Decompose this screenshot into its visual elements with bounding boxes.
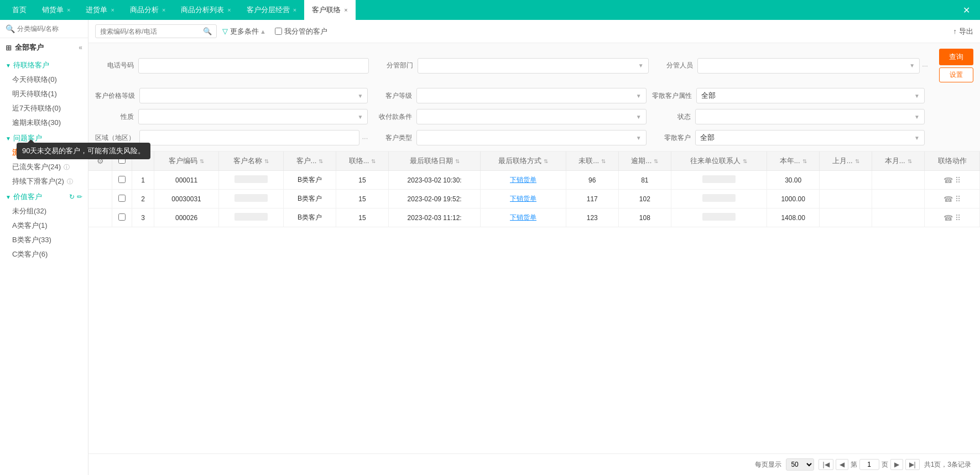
close-tab-salesorder-icon[interactable]: ×	[67, 7, 70, 13]
home-tab[interactable]: 首页	[4, 0, 34, 20]
sidebar-group-pending[interactable]: ▼ 待联络客户	[0, 57, 88, 72]
refresh-icon[interactable]: ↻	[69, 193, 75, 201]
row-checkbox[interactable]	[112, 190, 132, 208]
sidebar-item-overdue-contact[interactable]: 逾期未联络(30)	[0, 116, 88, 130]
filter-payment-select[interactable]: ▼	[416, 109, 646, 124]
tab-purchaseorder[interactable]: 进货单 ×	[78, 0, 122, 20]
last-page-button[interactable]: ▶|	[905, 459, 920, 470]
th-contact[interactable]: 联络... ⇅	[336, 152, 389, 171]
chevron-down-icon: ▼	[357, 114, 363, 120]
tab-customerlayer[interactable]: 客户分层经营 ×	[239, 0, 304, 20]
export-button[interactable]: ↑ 导出	[953, 27, 974, 36]
filter-dept-select[interactable]: ▼	[418, 58, 648, 74]
more-action-icon[interactable]: ⠿	[955, 195, 961, 203]
tab-customercontact[interactable]: 客户联络 ×	[304, 0, 355, 20]
page-input[interactable]	[859, 459, 879, 470]
row-checkbox[interactable]	[112, 208, 132, 227]
sidebar-item-ungrouped[interactable]: 未分组(32)	[0, 204, 88, 218]
th-last-contact-date[interactable]: 最后联络日期 ⇅	[389, 152, 481, 171]
more-action-icon[interactable]: ⠿	[955, 213, 961, 222]
close-tab-productanalysis-icon[interactable]: ×	[162, 7, 165, 13]
close-tab-purchaseorder-icon[interactable]: ×	[111, 7, 114, 13]
close-tab-customercontact-icon[interactable]: ×	[344, 7, 347, 13]
filter-customer-type-select[interactable]: ▼	[416, 130, 646, 145]
prev-page-button[interactable]: ◀	[836, 459, 848, 470]
close-app-button[interactable]: ✕	[957, 5, 976, 15]
tab-productanalysis[interactable]: 商品分析 ×	[122, 0, 173, 20]
th-overdue[interactable]: 逾期... ⇅	[618, 152, 671, 171]
row-this-year: 1000.00	[767, 190, 820, 208]
sidebar-item-class-c[interactable]: C类客户(6)	[0, 247, 88, 262]
sidebar-item-today-contact[interactable]: 今天待联络(0)	[0, 72, 88, 87]
settings-button[interactable]: 设置	[939, 67, 973, 82]
contact-icon[interactable]: ☎	[943, 176, 953, 185]
next-page-button[interactable]: ▶	[890, 459, 903, 470]
sidebar-item-declining[interactable]: 持续下滑客户(2) ⓘ	[0, 174, 88, 189]
search-icon[interactable]: 🔍	[203, 27, 212, 35]
item-label: 明天待联络(1)	[12, 90, 57, 98]
th-code[interactable]: 客户编码 ⇅	[154, 152, 219, 171]
sidebar-search-box[interactable]: 🔍	[0, 20, 88, 38]
filter-status-select[interactable]: ▼	[695, 109, 925, 124]
row-last-contact-method[interactable]: 下销货单	[481, 208, 566, 227]
row-this-month	[872, 171, 925, 190]
sidebar-item-week-contact[interactable]: 近7天待联络(0)	[0, 101, 88, 116]
my-customers-check[interactable]	[275, 28, 282, 35]
row-code[interactable]: 000011	[154, 171, 219, 190]
sidebar-search-input[interactable]	[17, 25, 82, 33]
filter-retail-attr-select[interactable]: 全部 ▼	[696, 88, 925, 103]
filter-nature-select[interactable]: ▼	[138, 109, 368, 124]
search-input[interactable]	[100, 28, 201, 35]
query-button[interactable]: 查询	[939, 49, 973, 65]
row-gear	[88, 208, 112, 227]
th-not-contacted[interactable]: 未联... ⇅	[566, 152, 618, 171]
more-region-icon[interactable]: ···	[362, 134, 368, 142]
th-last-month[interactable]: 上月... ⇅	[820, 152, 872, 171]
close-tab-productanalysislist-icon[interactable]: ×	[227, 7, 231, 13]
row-code[interactable]: 000026	[154, 208, 219, 227]
row-last-contact-method[interactable]: 下销货单	[481, 171, 566, 190]
row-check[interactable]	[118, 176, 126, 183]
action-icons: ☎ ⠿	[929, 213, 975, 222]
tab-productanalysislist[interactable]: 商品分析列表 ×	[173, 0, 238, 20]
sidebar-item-class-a[interactable]: A类客户(1)	[0, 218, 88, 233]
edit-icon[interactable]: ✏	[77, 193, 82, 201]
row-checkbox[interactable]	[112, 171, 132, 190]
sidebar-item-class-b[interactable]: B类客户(33)	[0, 233, 88, 247]
filter-phone-input[interactable]	[138, 58, 369, 74]
th-type[interactable]: 客户... ⇅	[283, 152, 336, 171]
per-page-select[interactable]: 20 50 100	[786, 458, 814, 471]
row-check[interactable]	[118, 213, 126, 221]
filter-manager-select[interactable]: ▼	[697, 58, 920, 74]
filter-price-select[interactable]: ▼	[139, 88, 368, 103]
row-unit-contact	[671, 171, 767, 190]
tab-salesorder[interactable]: 销货单 ×	[34, 0, 78, 20]
row-last-month	[820, 171, 872, 190]
filter-status-label: 状态	[652, 112, 691, 122]
close-tab-customerlayer-icon[interactable]: ×	[293, 7, 296, 13]
th-last-contact-method[interactable]: 最后联络方式 ⇅	[481, 152, 566, 171]
th-name[interactable]: 客户名称 ⇅	[219, 152, 284, 171]
filter-customer-level-select[interactable]: ▼	[416, 88, 646, 103]
more-icon[interactable]: ···	[922, 61, 928, 70]
row-check[interactable]	[118, 195, 126, 202]
search-box[interactable]: 🔍	[95, 24, 217, 38]
my-customers-checkbox[interactable]: 我分管的客户	[275, 27, 327, 36]
sidebar-all-customers[interactable]: ⊞ 全部客户 «	[0, 38, 88, 57]
contact-icon[interactable]: ☎	[943, 213, 953, 222]
sidebar-group-value[interactable]: ▼ 价值客户 ↻ ✏	[0, 189, 88, 204]
th-this-month[interactable]: 本月... ⇅	[872, 152, 925, 171]
contact-icon[interactable]: ☎	[943, 195, 953, 203]
filter-region-select[interactable]	[139, 130, 359, 145]
row-code[interactable]: 00030031	[154, 190, 219, 208]
more-conditions-button[interactable]: ▽ 更多条件 ▲	[222, 27, 266, 36]
th-unit-contact[interactable]: 往来单位联系人 ⇅	[671, 152, 767, 171]
page-nav: |◀ ◀ 第 页 ▶ ▶|	[819, 459, 919, 470]
th-this-year[interactable]: 本年... ⇅	[767, 152, 820, 171]
sidebar-item-churned[interactable]: 已流失客户(24) ⓘ	[0, 160, 88, 174]
first-page-button[interactable]: |◀	[819, 459, 833, 470]
filter-retail-customer-select[interactable]: 全部 ▼	[695, 130, 925, 145]
more-action-icon[interactable]: ⠿	[955, 176, 961, 185]
sidebar-item-tomorrow-contact[interactable]: 明天待联络(1)	[0, 87, 88, 101]
row-last-contact-method[interactable]: 下销货单	[481, 190, 566, 208]
